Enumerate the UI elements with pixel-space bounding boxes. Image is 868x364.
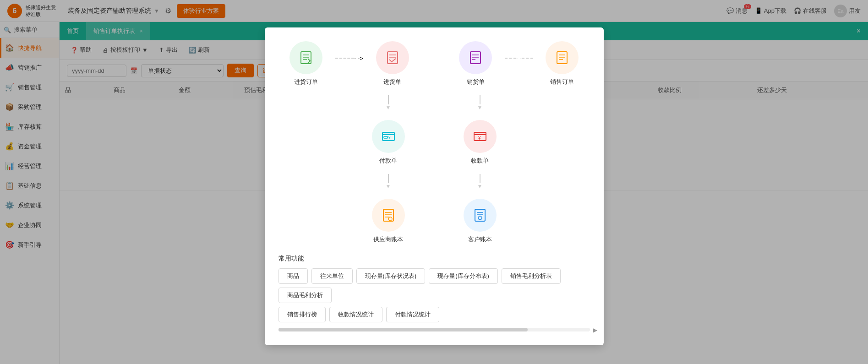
- modal-overlay[interactable]: 进货订单 - ->: [0, 0, 868, 364]
- flow-row-2: ¥ 付款单 ¥ 收款单: [278, 120, 590, 165]
- customer-ledger-label: 客户账本: [468, 235, 492, 244]
- purchase-order-label: 进货订单: [294, 78, 318, 86]
- common-btn-receipt-stats[interactable]: 收款情况统计: [329, 307, 382, 322]
- flow-node-customer-ledger: 客户账本: [453, 199, 508, 244]
- customer-ledger-circle[interactable]: [464, 199, 497, 232]
- svg-text:¥: ¥: [388, 136, 391, 140]
- sales-bill-label: 销货单: [467, 78, 485, 86]
- svg-rect-17: [384, 136, 388, 138]
- flow-row-3: 供应商账本 客户账本: [278, 199, 590, 244]
- svg-point-30: [478, 216, 482, 220]
- common-btn-sales-profit[interactable]: 销售毛利分析表: [502, 268, 561, 284]
- sales-bill-circle[interactable]: [459, 41, 492, 74]
- purchase-bill-circle[interactable]: [376, 41, 409, 74]
- flow-node-receipt: ¥ 收款单: [453, 120, 508, 165]
- flow-node-purchase-bill: 进货单: [365, 41, 420, 86]
- flow-node-sales-order: 销售订单: [535, 41, 590, 86]
- payment-circle[interactable]: ¥: [372, 120, 405, 153]
- flow-row-arrows2: ▼ ▼: [278, 174, 590, 190]
- flow-node-payment: ¥ 付款单: [361, 120, 416, 165]
- svg-rect-7: [470, 52, 480, 64]
- flow-node-supplier-ledger: 供应商账本: [361, 199, 416, 244]
- supplier-ledger-circle[interactable]: [372, 199, 405, 232]
- purchase-order-circle[interactable]: [289, 41, 322, 74]
- common-btn-payment-stats[interactable]: 付款情况统计: [386, 307, 439, 322]
- common-btn-stock-status[interactable]: 现存量(库存状况表): [356, 268, 426, 284]
- flow-row-arrows: ▼ ▼: [278, 95, 590, 111]
- receipt-circle[interactable]: ¥: [464, 120, 497, 153]
- sales-order-circle[interactable]: [546, 41, 579, 74]
- receipt-label: 收款单: [471, 157, 489, 165]
- svg-rect-11: [557, 52, 567, 64]
- common-btn-sales-ranking[interactable]: 销售排行榜: [278, 307, 326, 322]
- common-btn-product-profit[interactable]: 商品毛利分析: [278, 288, 332, 303]
- common-buttons-row-2: 销售排行榜 收款情况统计 付款情况统计: [278, 307, 590, 322]
- svg-rect-27: [475, 209, 485, 221]
- common-btn-stock-dist[interactable]: 现存量(库存分布表): [429, 268, 498, 284]
- svg-rect-4: [388, 52, 398, 64]
- supplier-ledger-label: 供应商账本: [373, 235, 403, 244]
- payment-label: 付款单: [379, 157, 397, 165]
- modal-scrollbar[interactable]: ▶: [278, 328, 590, 331]
- scrollbar-thumb[interactable]: [278, 328, 528, 331]
- flow-modal: 进货订单 - ->: [265, 27, 604, 345]
- arrow-sales-order-to-bill: - -: [503, 55, 535, 73]
- common-btn-product[interactable]: 商品: [278, 268, 308, 284]
- purchase-bill-label: 进货单: [383, 78, 401, 86]
- common-btn-partner[interactable]: 往来单位: [311, 268, 353, 284]
- scroll-right-arrow[interactable]: ▶: [593, 327, 597, 333]
- svg-text:¥: ¥: [478, 136, 481, 141]
- flow-node-purchase-order: 进货订单: [278, 41, 333, 86]
- common-functions-title: 常用功能: [278, 255, 590, 263]
- common-buttons-row-1: 商品 往来单位 现存量(库存状况表) 现存量(库存分布表) 销售毛利分析表 商品…: [278, 268, 590, 303]
- arrow-purchase-to-bill: - ->: [333, 55, 365, 73]
- common-functions-section: 常用功能 商品 往来单位 现存量(库存状况表) 现存量(库存分布表) 销售毛利分…: [278, 255, 590, 322]
- flow-node-sales-bill: 销货单: [448, 41, 503, 86]
- flow-row-1: 进货订单 - ->: [278, 41, 590, 86]
- svg-point-26: [388, 217, 392, 221]
- flow-section: 进货订单 - ->: [278, 41, 590, 244]
- sales-order-label: 销售订单: [550, 78, 574, 86]
